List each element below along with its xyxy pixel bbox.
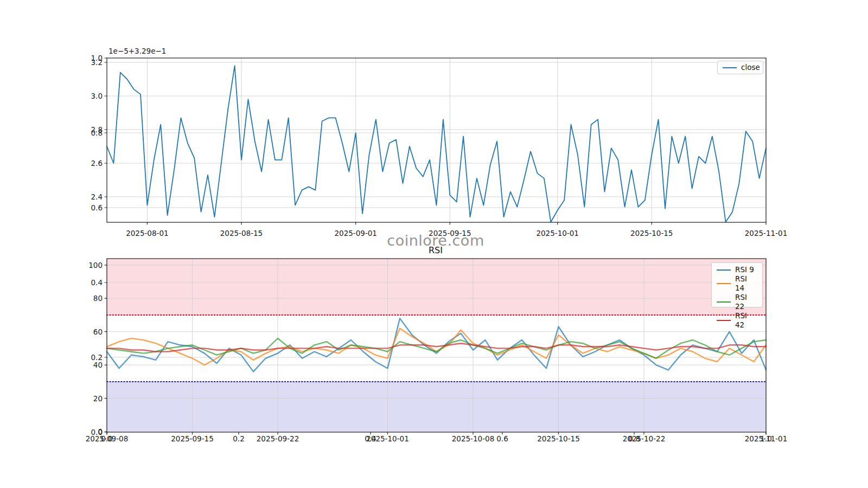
rsi-x-tick-label: 2025-10-15 (537, 434, 579, 443)
ghost-y-tick-label: 0.2 (91, 353, 103, 362)
ghost-x-tick-label: 0.8 (628, 434, 640, 443)
rsi9-line-swatch (717, 269, 731, 271)
price-y-tick-label: 3.0 (91, 92, 103, 100)
ghost-y-tick-label: 0.8 (91, 129, 103, 137)
rsi-oversold-band (107, 382, 766, 432)
rsi-legend: RSI 9 RSI 14 RSI 22 RSI 42 (711, 262, 763, 307)
figure: 2025-08-012025-08-152025-09-012025-09-15… (0, 0, 868, 488)
ghost-y-tick-label: 0.4 (91, 278, 103, 287)
close-line (107, 66, 766, 222)
y-axis-offset-text: 1e−5+3.29e−1 (108, 47, 166, 55)
close-line-swatch (723, 67, 737, 68)
price-x-tick-label: 2025-08-15 (220, 229, 263, 237)
rsi22-line-swatch (717, 301, 731, 303)
legend-label-close: close (741, 63, 760, 72)
rsi-chart-title: RSI (381, 245, 490, 255)
legend-label-rsi14: RSI 14 (735, 274, 757, 293)
price-x-tick-label: 2025-08-01 (126, 229, 168, 237)
legend-label-rsi42: RSI 42 (735, 311, 757, 330)
price-x-tick-label: 2025-10-15 (630, 229, 673, 237)
rsi-x-tick-label: 2025-09-22 (257, 434, 299, 443)
rsi-y-tick-label: 100 (88, 261, 103, 269)
rsi-y-tick-label: 40 (93, 361, 103, 369)
price-axes-frame (107, 58, 766, 222)
rsi14-line-swatch (717, 283, 731, 284)
rsi-y-tick-label: 20 (93, 394, 103, 403)
rsi-overbought-band (107, 259, 766, 315)
rsi-x-tick-label: 2025-10-08 (452, 434, 494, 443)
rsi42-line-swatch (717, 320, 731, 321)
legend-label-rsi9: RSI 9 (735, 265, 754, 274)
rsi-y-tick-label: 80 (93, 294, 103, 303)
ghost-x-tick-label: 0.4 (365, 434, 376, 443)
ghost-x-tick-label: 0.6 (496, 434, 508, 443)
price-y-tick-label: 2.6 (91, 159, 103, 168)
rsi-x-tick-label: 2025-09-15 (171, 434, 213, 443)
price-y-tick-label: 2.4 (91, 192, 103, 201)
price-x-tick-label: 2025-11-01 (745, 229, 787, 237)
ghost-x-tick-label: 1.0 (760, 434, 771, 443)
ghost-y-tick-label: 0.6 (91, 203, 103, 212)
rsi-y-tick-label: 60 (93, 328, 103, 336)
legend-label-rsi22: RSI 22 (735, 293, 757, 311)
ghost-x-tick-label: 0.0 (101, 434, 112, 443)
ghost-y-tick-label: 1.0 (91, 54, 103, 62)
price-legend: close (717, 61, 763, 74)
ghost-x-tick-label: 0.2 (233, 434, 244, 443)
